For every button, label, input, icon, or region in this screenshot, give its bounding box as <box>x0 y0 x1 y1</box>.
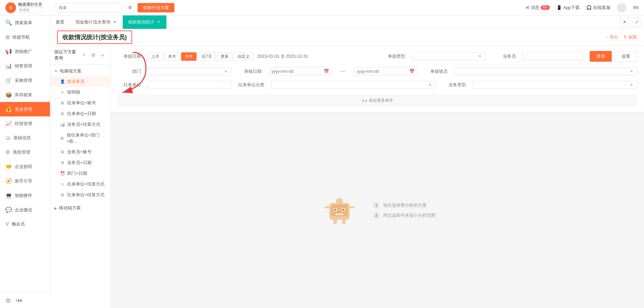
sidebar-item-sales[interactable]: 📊 销售管理 <box>0 59 50 73</box>
tab-home[interactable]: 首页 <box>50 15 70 29</box>
counterparty-type-select[interactable]: ▼ <box>271 81 436 89</box>
sidebar-item-wechat[interactable]: 💬 企业微信 <box>0 203 50 217</box>
collapse-icon: ∧∧ <box>362 98 368 103</box>
chevron-down-icon: ▼ <box>224 69 228 74</box>
scheme-item-salesperson-account[interactable]: ⊞ 业务员+账号 <box>50 147 110 157</box>
more-button[interactable]: 更多 <box>217 52 232 61</box>
trial-solution-button[interactable]: 体验行业方案 <box>138 3 174 12</box>
query-button[interactable]: 查询 <box>590 51 612 62</box>
gear-icon: ⚙ <box>5 149 10 155</box>
scheme-group-mobile-header[interactable]: ▶ 移动端方案 <box>50 203 110 213</box>
grid-icon: ⊞ <box>60 192 65 198</box>
scheme-item-counterparty-date[interactable]: ⊞ 往来单位+日期 <box>50 108 110 119</box>
scheme-item-salesperson-settlement[interactable]: 📊 业务员+结算方式 <box>50 119 110 130</box>
export-label: 导出 <box>609 34 618 40</box>
scheme-item-counterparty-account[interactable]: ⊞ 往来单位+账号 <box>50 98 110 108</box>
search-input[interactable] <box>56 3 123 12</box>
custom-button[interactable]: 自定义 <box>234 52 253 61</box>
salesperson-select[interactable]: ··· <box>523 52 583 60</box>
dept-label: 部门 <box>117 68 141 74</box>
headset-icon: 🎧 <box>586 5 592 10</box>
sidebar-item-inventory[interactable]: 📦 库存核算 <box>0 88 50 102</box>
tab-close-all-btn[interactable]: ✕ <box>620 17 629 27</box>
version-badge: 标准版 <box>18 7 42 13</box>
scheme-item-dept-date[interactable]: ⏰ 部门+日期 <box>50 168 110 179</box>
doc-status-select[interactable]: ▼ <box>454 67 637 75</box>
sidebar-label: 快捷导航 <box>12 34 30 40</box>
sidebar-label: 采购管理 <box>15 78 32 84</box>
review-date-from[interactable]: 📅 <box>268 67 332 75</box>
tab-receipt-stats-close[interactable]: ✕ <box>156 20 161 24</box>
review-date-from-input[interactable] <box>271 69 322 74</box>
sidebar-item-operation[interactable]: 📈 经营管理 <box>0 116 50 131</box>
doc-type-select[interactable]: ▼ <box>412 52 486 60</box>
sidebar-item-enterprise[interactable]: 🤝 企业协同 <box>0 159 50 174</box>
settings-bottom-icon[interactable]: ⚙ <box>5 297 11 304</box>
scheme-item-counterparty-settlement1[interactable]: ≡ 往来单位+结算方式 <box>50 179 110 190</box>
refresh-button[interactable]: ↻ 刷新 <box>624 34 637 40</box>
set-button[interactable]: 设置 <box>614 51 637 62</box>
scheme-item-by-detail[interactable]: ≡ 按明细 <box>50 87 110 98</box>
sidebar-item-basic[interactable]: 🗂 基础信息 <box>0 131 50 145</box>
scheme-item-counterparty-settlement2[interactable]: ⊞ 往来单位+结算方式 <box>50 190 110 200</box>
sidebar-label: 畅会员 <box>12 221 25 227</box>
business-type-select[interactable]: ▼ <box>473 81 637 89</box>
tab-bank-flow[interactable]: 现金银行流水查询 ✕ <box>70 15 123 29</box>
collapse-sidebar-icon[interactable]: ⏮ <box>16 297 22 304</box>
scheme-item-label: 往来单位+结算方式 <box>67 192 105 198</box>
sidebar-item-purchase[interactable]: 🛒 采购管理 <box>0 73 50 88</box>
scheme-item-label: 往来单位+结算方式 <box>67 181 105 187</box>
scheme-header: 按以下方案查询 ＋ ⚙ « <box>50 46 110 65</box>
sidebar-label: 新手引导 <box>15 178 32 184</box>
tab-receipt-stats[interactable]: 收款情况统计 ✕ <box>123 15 167 29</box>
sidebar: 🔍 搜索菜单 ⊞ 快捷导航 📢 营销推广 📊 销售管理 🛒 采购管理 📦 库存核… <box>0 15 50 308</box>
collapse-more-bar[interactable]: ∧∧ 收起更多条件 <box>117 94 637 107</box>
chevron-down-icon: ▼ <box>428 83 432 87</box>
scheme-item-by-salesperson[interactable]: 👤 按业务员 <box>50 76 110 87</box>
online-service-item[interactable]: 🎧 在线客服 <box>586 5 610 11</box>
grid-icon: ⊞ <box>60 149 65 155</box>
add-scheme-button[interactable]: ＋ <box>80 51 88 59</box>
sidebar-item-search-menu[interactable]: 🔍 搜索菜单 <box>0 15 50 30</box>
sidebar-item-member[interactable]: V 畅会员 <box>0 217 50 231</box>
tab-restore-btn[interactable]: ⤢ <box>632 17 641 27</box>
sidebar-item-quick-nav[interactable]: ⊞ 快捷导航 <box>0 30 50 44</box>
step-num-1: 1 <box>373 202 380 209</box>
scheme-item-label: 按业务员 <box>67 79 85 85</box>
empty-svg-illustration <box>319 193 360 226</box>
export-button[interactable]: ↑ 导出 <box>606 34 619 40</box>
last-month-button[interactable]: 上月 <box>148 52 163 61</box>
this-year-button[interactable]: 本年 <box>181 52 197 61</box>
message-item[interactable]: ✉ 消息 99+ <box>526 5 550 11</box>
sidebar-item-guide[interactable]: 🧭 新手引导 <box>0 174 50 188</box>
bar-chart-icon: 📊 <box>60 122 65 127</box>
sidebar-item-system[interactable]: ⚙ 系统管理 <box>0 145 50 159</box>
dots-btn[interactable]: ··· <box>222 83 228 87</box>
sidebar-item-finance[interactable]: 💰 资金管理 <box>0 102 50 116</box>
user-name[interactable]: Rit <box>633 5 639 10</box>
person-icon: 👤 <box>60 79 65 84</box>
review-date-to[interactable]: 📅 <box>354 67 418 75</box>
clock-icon: ⏰ <box>60 171 65 176</box>
sidebar-item-marketing[interactable]: 📢 营销推广 <box>0 44 50 59</box>
gear-icon: ⚙ <box>60 160 65 165</box>
collapse-scheme-button[interactable]: « <box>99 51 106 59</box>
more-dots-btn[interactable]: ··· <box>573 54 579 59</box>
this-month-button[interactable]: 本月 <box>164 52 180 61</box>
review-date-to-input[interactable] <box>357 69 407 74</box>
user-avatar[interactable] <box>617 3 627 12</box>
tab-bank-flow-close[interactable]: ✕ <box>112 20 117 24</box>
scheme-item-counterparty-dept[interactable]: ⊞ 按往来单位+部门+收... <box>50 130 110 147</box>
dept-select[interactable]: ▼ <box>148 67 231 75</box>
scheme-group-pc-header[interactable]: ▼ 电脑端方案 <box>50 66 110 76</box>
cart-icon: 🛒 <box>5 77 12 84</box>
settings-icon[interactable]: ⚙ <box>125 3 135 12</box>
trend-icon: 📈 <box>5 120 12 127</box>
sidebar-item-hardware[interactable]: 💻 智能硬件 <box>0 188 50 203</box>
last-7-days-button[interactable]: 近7天 <box>198 52 216 61</box>
app-download-item[interactable]: 📱 App下载 <box>556 5 580 11</box>
scheme-item-salesperson-date[interactable]: ⚙ 业务员+日期 <box>50 157 110 168</box>
tab-receipt-stats-label: 收款情况统计 <box>128 19 154 25</box>
scheme-settings-icon[interactable]: ⚙ <box>90 51 97 59</box>
counterparty-select[interactable]: ··· <box>148 81 231 89</box>
